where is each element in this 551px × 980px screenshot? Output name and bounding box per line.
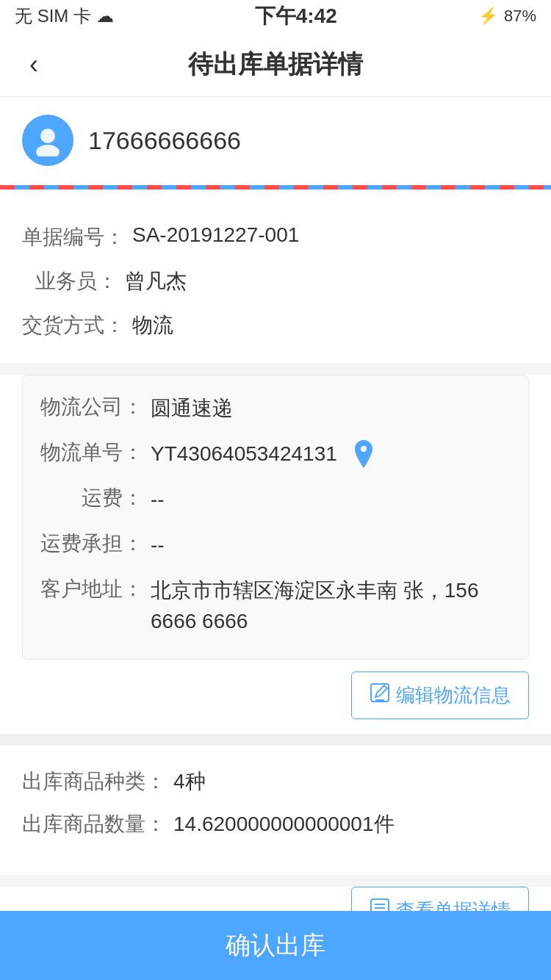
logistics-company-label: 物流公司：	[40, 393, 143, 421]
status-time: 下午4:42	[255, 2, 337, 30]
logistics-company-row: 物流公司： 圆通速递	[40, 393, 511, 424]
back-button[interactable]: ‹	[22, 42, 46, 87]
edit-logistics-label: 编辑物流信息	[396, 682, 511, 708]
delivery-method-label: 交货方式：	[22, 311, 125, 339]
section-divider	[0, 734, 551, 746]
freight-label: 运费：	[40, 484, 143, 512]
goods-type-row: 出库商品种类： 4种	[22, 768, 529, 796]
avatar	[22, 115, 73, 166]
goods-quantity-row: 出库商品数量： 14.620000000000001件	[22, 810, 529, 838]
location-icon[interactable]	[349, 439, 378, 469]
edit-logistics-button[interactable]: 编辑物流信息	[351, 671, 529, 719]
logistics-tracking-row: 物流单号： YT43064053424131	[40, 439, 511, 469]
goods-section: 出库商品种类： 4种 出库商品数量： 14.620000000000001件	[0, 746, 551, 875]
logistics-tracking-label: 物流单号：	[40, 439, 143, 466]
address-label: 客户地址：	[40, 575, 143, 603]
network-status: 无 SIM 卡 ☁	[15, 4, 114, 28]
svg-point-0	[40, 129, 55, 143]
customer-header: 17666666666	[0, 97, 551, 184]
status-left: 无 SIM 卡 ☁	[15, 4, 114, 28]
edit-logistics-container: 编辑物流信息	[0, 671, 551, 734]
sales-person-label: 业务员：	[22, 267, 118, 295]
sales-person-value: 曾凡杰	[125, 267, 529, 295]
battery-level: 87%	[504, 7, 536, 26]
address-value: 北京市市辖区海淀区永丰南 张，156 6666 6666	[151, 575, 511, 637]
order-number-row: 单据编号： SA-20191227-001	[22, 223, 529, 251]
sales-person-row: 业务员： 曾凡杰	[22, 267, 529, 295]
nav-bar: ‹ 待出库单据详情	[0, 32, 551, 97]
freight-value: --	[151, 484, 511, 515]
customer-phone: 17666666666	[88, 126, 241, 155]
status-right: ⚡ 87%	[478, 7, 536, 26]
freight-bearer-label: 运费承担：	[40, 530, 143, 558]
tracking-number: YT43064053424131	[151, 439, 337, 469]
svg-point-1	[36, 145, 60, 156]
delivery-method-row: 交货方式： 物流	[22, 311, 529, 339]
address-row: 客户地址： 北京市市辖区海淀区永丰南 张，156 6666 6666	[40, 575, 511, 637]
order-number-label: 单据编号：	[22, 223, 125, 251]
goods-type-value: 4种	[173, 768, 206, 796]
confirm-btn-container: 确认出库	[0, 911, 551, 980]
dashed-divider	[0, 185, 551, 190]
order-number-value: SA-20191227-001	[132, 223, 529, 247]
confirm-button[interactable]: 确认出库	[0, 929, 551, 962]
edit-icon	[370, 682, 390, 708]
status-bar: 无 SIM 卡 ☁ 下午4:42 ⚡ 87%	[0, 0, 551, 32]
delivery-method-value: 物流	[132, 311, 529, 339]
goods-quantity-label: 出库商品数量：	[22, 810, 166, 838]
logistics-card: 物流公司： 圆通速递 物流单号： YT43064053424131	[22, 375, 529, 660]
logistics-tracking-value: YT43064053424131	[151, 439, 511, 469]
freight-bearer-value: --	[151, 530, 511, 561]
logistics-company-value: 圆通速递	[151, 393, 511, 424]
freight-row: 运费： --	[40, 484, 511, 515]
battery-icon: ⚡	[478, 7, 498, 26]
freight-bearer-row: 运费承担： --	[40, 530, 511, 561]
order-info-section: 单据编号： SA-20191227-001 业务员： 曾凡杰 交货方式： 物流	[0, 201, 551, 363]
goods-quantity-value: 14.620000000000001件	[173, 810, 395, 838]
page-title: 待出库单据详情	[188, 48, 363, 82]
goods-type-label: 出库商品种类：	[22, 768, 166, 796]
